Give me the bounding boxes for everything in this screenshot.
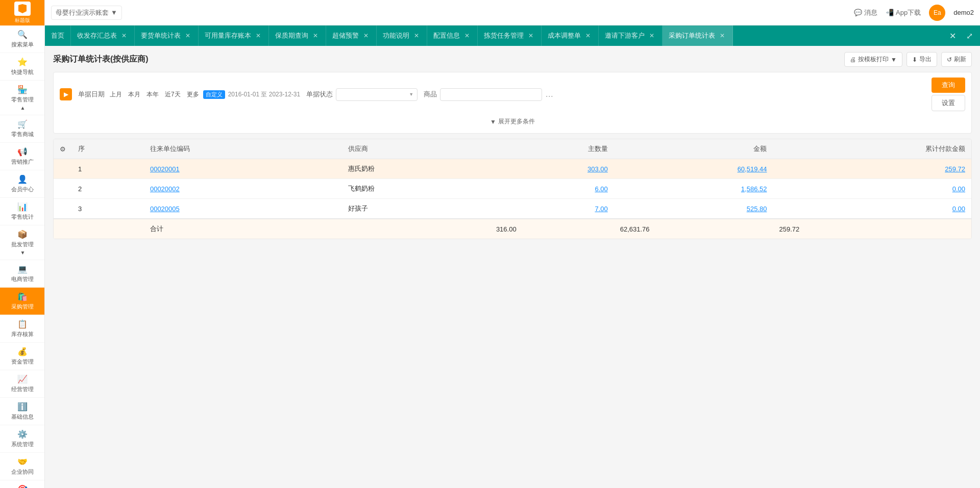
date-shortcut-more[interactable]: 更多 (185, 90, 201, 99)
refresh-label: 刷新 (954, 55, 966, 64)
main-qty-link-3[interactable]: 7.00 (595, 205, 607, 213)
supplier-code-link-1[interactable]: 00020001 (150, 165, 180, 173)
row-index-1: 1 (72, 159, 144, 179)
main-qty-link-2[interactable]: 6.00 (595, 185, 607, 193)
tab-invite-downstream[interactable]: 邀请下游客户 ✕ (599, 25, 663, 46)
tab-config-info-close[interactable]: ✕ (463, 32, 471, 40)
tab-overstock-alert[interactable]: 超储预警 ✕ (326, 25, 377, 46)
tab-home[interactable]: 首页 (45, 25, 71, 46)
tab-close-all-btn[interactable]: ✕ (946, 30, 959, 42)
tab-available-stock-close[interactable]: ✕ (254, 32, 262, 40)
date-shortcut-7days[interactable]: 近7天 (163, 90, 183, 99)
template-print-btn[interactable]: 🖨 按模板打印 ▼ (844, 52, 902, 67)
tab-cost-adjust[interactable]: 成本调整单 ✕ (542, 25, 599, 46)
row-amount-3: 525.80 (614, 199, 773, 219)
goods-more-btn[interactable]: … (545, 90, 553, 99)
paid-link-3[interactable]: 0.00 (952, 205, 965, 213)
tab-invite-downstream-close[interactable]: ✕ (648, 32, 656, 40)
tab-purchase-stats-label: 采购订单统计表 (669, 31, 715, 40)
tab-cost-adjust-close[interactable]: ✕ (584, 32, 592, 40)
sidebar-item-operation[interactable]: 📈 经营管理 (0, 370, 44, 398)
tab-function-desc[interactable]: 功能说明 ✕ (377, 25, 427, 46)
sidebar-item-ecommerce[interactable]: 💻 电商管理 (0, 260, 44, 288)
row-supplier-name-3: 好孩子 (342, 199, 489, 219)
date-shortcut-this-year[interactable]: 本年 (144, 90, 161, 99)
sidebar-item-quick-nav[interactable]: ⭐ 快捷导航 (0, 53, 44, 81)
tab-receive-summary[interactable]: 收发存汇总表 ✕ (71, 25, 135, 46)
tab-order-stats-close[interactable]: ✕ (184, 32, 192, 40)
sidebar-item-wholesale[interactable]: 📦 批发管理 ▼ (0, 225, 44, 260)
export-btn[interactable]: ⬇ 导出 (906, 52, 937, 67)
expand-label: 展开更多条件 (498, 117, 535, 126)
sidebar: 标题版 🔍 搜索菜单 ⭐ 快捷导航 🏪 零售管理 ▲ 🛒 零售商城 📢 营销推广… (0, 0, 45, 488)
sidebar-label-inventory: 库存核算 (11, 330, 34, 338)
supplier-code-link-2[interactable]: 00020002 (150, 185, 180, 193)
date-range-display: 2016-01-01 至 2023-12-31 (228, 90, 300, 99)
query-btn[interactable]: 查询 (932, 78, 965, 93)
sidebar-item-search[interactable]: 🔍 搜索菜单 (0, 25, 44, 53)
tab-purchase-stats[interactable]: 采购订单统计表 ✕ (663, 25, 733, 46)
tab-overstock-alert-close[interactable]: ✕ (362, 32, 370, 40)
tab-available-stock[interactable]: 可用量库存账本 ✕ (199, 25, 269, 46)
user-avatar[interactable]: Ea (929, 5, 945, 21)
sidebar-item-system[interactable]: ⚙️ 系统管理 (0, 425, 44, 453)
settings-btn[interactable]: 设置 (932, 95, 965, 111)
amount-link-2[interactable]: 1,586.52 (741, 185, 767, 193)
sidebar-item-purchase[interactable]: 🛍️ 采购管理 (0, 288, 44, 315)
tab-receive-summary-close[interactable]: ✕ (120, 32, 128, 40)
supplier-code-link-3[interactable]: 00020005 (150, 205, 180, 213)
tab-picking-task-close[interactable]: ✕ (527, 32, 535, 40)
filter-collapse-btn[interactable]: ▶ (60, 88, 72, 100)
sidebar-item-membership[interactable]: 👤 会员中心 (0, 170, 44, 198)
app-download-btn[interactable]: 📲 App下载 (886, 8, 921, 17)
tab-purchase-stats-close[interactable]: ✕ (718, 32, 726, 40)
sidebar-item-finance[interactable]: 💰 资金管理 (0, 343, 44, 370)
finance-icon: 💰 (17, 347, 28, 356)
tab-expiry-query-close[interactable]: ✕ (311, 32, 320, 40)
sidebar-item-marketing[interactable]: 📢 营销推广 (0, 143, 44, 170)
filter-group-date: 单据日期 上月 本月 本年 近7天 更多 自定义 2016-01-01 至 20… (78, 90, 300, 99)
sidebar-item-retail-stats[interactable]: 📊 零售统计 (0, 198, 44, 225)
sidebar-item-enterprise[interactable]: 🤝 企业协同 (0, 453, 44, 480)
expand-icon: ▼ (490, 118, 496, 125)
custom-date-badge[interactable]: 自定义 (203, 90, 225, 99)
row-index-2: 2 (72, 179, 144, 199)
message-btn[interactable]: 💬 消息 (854, 8, 877, 17)
operation-icon: 📈 (17, 374, 28, 384)
amount-link-3[interactable]: 525.80 (747, 205, 767, 213)
settings-col-icon: ⚙ (60, 145, 66, 153)
workspace-selector[interactable]: 母婴行业演示账套 ▼ (51, 6, 122, 20)
date-shortcut-this-month[interactable]: 本月 (126, 90, 142, 99)
refresh-btn[interactable]: ↺ 刷新 (941, 52, 972, 67)
row-main-qty-1: 303.00 (490, 159, 614, 179)
table-row: 2 00020002 飞鹤奶粉 6.00 1,586.52 0.00 (54, 179, 971, 199)
app-download-icon: 📲 (886, 9, 894, 16)
goods-filter-input[interactable] (440, 88, 542, 101)
tab-expand-btn[interactable]: ⤢ (963, 30, 976, 42)
amount-link-1[interactable]: 60,519.44 (738, 165, 767, 173)
sidebar-item-retail-mall[interactable]: 🛒 零售商城 (0, 115, 44, 143)
date-shortcut-last-month[interactable]: 上月 (108, 90, 124, 99)
sidebar-item-basic-info[interactable]: ℹ️ 基础信息 (0, 398, 44, 425)
sidebar-item-retail[interactable]: 🏪 零售管理 ▲ (0, 81, 44, 115)
sidebar-item-inventory[interactable]: 📋 库存核算 (0, 315, 44, 343)
main-qty-link-1[interactable]: 303.00 (587, 165, 608, 173)
paid-link-1[interactable]: 259.72 (945, 165, 965, 173)
footer-settings-col (54, 219, 72, 239)
expand-more-btn[interactable]: ▼ 展开更多条件 (486, 115, 539, 128)
row-index-3: 3 (72, 199, 144, 219)
status-select[interactable] (336, 88, 418, 101)
message-icon: 💬 (854, 9, 862, 16)
tab-function-desc-close[interactable]: ✕ (412, 32, 421, 40)
paid-link-2[interactable]: 0.00 (952, 185, 965, 193)
footer-supplier-col (342, 219, 489, 239)
tab-config-info[interactable]: 配置信息 ✕ (427, 25, 478, 46)
basic-info-icon: ℹ️ (17, 402, 28, 412)
logo-icon (14, 2, 31, 16)
tab-expiry-query[interactable]: 保质期查询 ✕ (269, 25, 326, 46)
sidebar-item-new-guide[interactable]: 🎯 新手引导 (0, 480, 44, 488)
export-label: 导出 (919, 55, 932, 64)
sidebar-label-wholesale: 批发管理 (11, 241, 34, 248)
tab-order-stats[interactable]: 要货单统计表 ✕ (135, 25, 199, 46)
tab-picking-task[interactable]: 拣货任务管理 ✕ (478, 25, 542, 46)
